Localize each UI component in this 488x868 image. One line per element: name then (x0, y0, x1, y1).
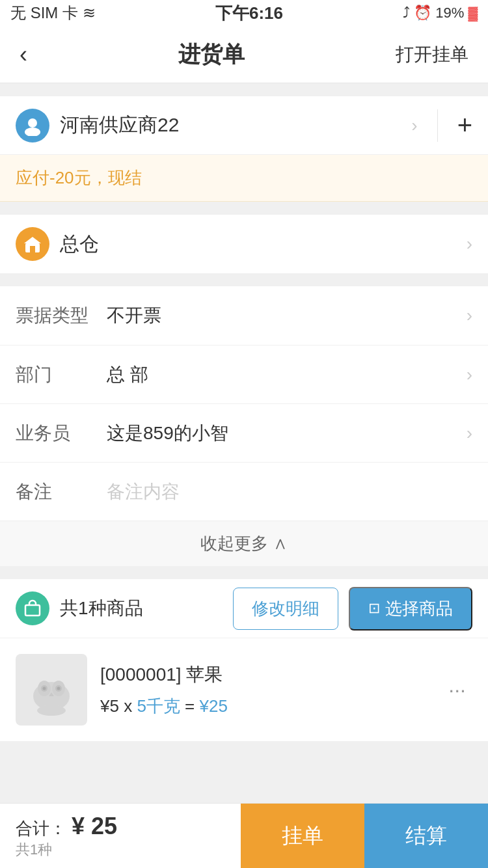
battery-label: 19% (435, 5, 464, 21)
warehouse-chevron-icon: › (467, 234, 472, 254)
total-section: 合计： ¥ 25 共1种 (0, 813, 241, 860)
supplier-avatar (16, 109, 49, 142)
total-amount: ¥ 25 (72, 813, 117, 840)
price-unit: ¥5 x (100, 696, 137, 716)
ticket-type-value: 不开票 (107, 303, 467, 328)
product-price: ¥5 x 5千克 = ¥25 (100, 695, 442, 718)
section-divider-top (0, 83, 488, 96)
salesperson-label: 业务员 (16, 421, 107, 446)
warehouse-name: 总仓 (60, 231, 467, 258)
salesperson-chevron-icon: › (467, 423, 472, 444)
alarm-icon: ⏰ (414, 5, 431, 21)
status-time: 下午6:16 (215, 2, 283, 25)
remarks-placeholder[interactable]: 备注内容 (107, 480, 472, 504)
svg-point-14 (37, 705, 66, 716)
info-banner: 应付-20元，现结 (0, 155, 488, 202)
total-text: 合计： (16, 817, 66, 840)
total-label: 合计： ¥ 25 (16, 813, 225, 840)
collapse-button[interactable]: 收起更多 ∧ (0, 521, 488, 566)
price-quantity: 5千克 (137, 696, 180, 716)
edit-details-button[interactable]: 修改明细 (233, 588, 338, 630)
supplier-row[interactable]: 河南供应商22 › + (0, 96, 488, 155)
supplier-section: 河南供应商22 › + 应付-20元，现结 (0, 96, 488, 202)
bottom-spacer (0, 741, 488, 806)
ticket-type-row[interactable]: 票据类型 不开票 › (0, 286, 488, 345)
status-right: ⤴ ⏰ 19% ▓ (403, 5, 478, 21)
vertical-divider (437, 109, 438, 142)
back-button[interactable]: ‹ (20, 41, 27, 68)
bottom-bar: 合计： ¥ 25 共1种 挂单 结算 (0, 803, 488, 868)
collapse-label: 收起更多 ∧ (200, 532, 287, 555)
price-total: ¥25 (200, 696, 228, 716)
form-section: 票据类型 不开票 › 部门 总 部 › 业务员 这是859的小智 › 备注 备注… (0, 286, 488, 566)
svg-rect-5 (25, 605, 40, 616)
product-thumbnail (16, 654, 87, 726)
ticket-type-chevron-icon: › (467, 305, 472, 326)
product-icon (16, 591, 49, 625)
sim-signal: 无 SIM 卡 ≋ (10, 3, 96, 23)
department-label: 部门 (16, 362, 107, 387)
svg-point-1 (25, 128, 40, 136)
total-count: 共1种 (16, 840, 225, 860)
cart-icon: ⊡ (368, 600, 380, 617)
salesperson-row[interactable]: 业务员 这是859的小智 › (0, 403, 488, 462)
product-name: [0000001] 苹果 (100, 662, 442, 687)
product-count: 共1种商品 (60, 596, 233, 621)
svg-rect-4 (30, 246, 35, 252)
ticket-type-label: 票据类型 (16, 303, 107, 328)
page-title: 进货单 (178, 40, 245, 70)
price-equals: = (185, 696, 199, 716)
warehouse-row[interactable]: 总仓 › (0, 215, 488, 273)
svg-point-0 (28, 118, 37, 128)
section-divider-2 (0, 273, 488, 286)
department-row[interactable]: 部门 总 部 › (0, 345, 488, 403)
department-chevron-icon: › (467, 364, 472, 385)
section-divider-1 (0, 202, 488, 215)
status-bar: 无 SIM 卡 ≋ 下午6:16 ⤴ ⏰ 19% ▓ (0, 0, 488, 26)
location-icon: ⤴ (403, 5, 410, 21)
svg-marker-3 (24, 237, 41, 243)
remarks-label: 备注 (16, 480, 107, 504)
salesperson-value: 这是859的小智 (107, 421, 467, 446)
checkout-button[interactable]: 结算 (364, 804, 488, 869)
supplier-name: 河南供应商22 (60, 112, 411, 139)
warehouse-icon (16, 227, 49, 261)
warehouse-section: 总仓 › (0, 215, 488, 273)
status-left: 无 SIM 卡 ≋ (10, 3, 96, 23)
hang-label: 挂单 (282, 822, 323, 850)
battery-icon: ▓ (468, 6, 478, 21)
checkout-label: 结算 (405, 822, 447, 850)
supplier-chevron-icon: › (411, 115, 417, 136)
hang-button[interactable]: 挂单 (241, 804, 364, 869)
product-header: 共1种商品 修改明细 ⊡ 选择商品 (0, 579, 488, 638)
remarks-row[interactable]: 备注 备注内容 (0, 462, 488, 521)
select-product-button[interactable]: ⊡ 选择商品 (349, 587, 472, 631)
product-more-button[interactable]: ··· (442, 671, 472, 709)
nav-bar: ‹ 进货单 打开挂单 (0, 26, 488, 83)
department-value: 总 部 (107, 362, 467, 387)
add-supplier-button[interactable]: + (457, 111, 472, 140)
svg-point-11 (43, 687, 46, 690)
select-product-label: 选择商品 (385, 597, 453, 620)
product-info: [0000001] 苹果 ¥5 x 5千克 = ¥25 (100, 662, 442, 718)
product-item: [0000001] 苹果 ¥5 x 5千克 = ¥25 ··· (0, 638, 488, 741)
open-hang-button[interactable]: 打开挂单 (396, 42, 468, 67)
svg-point-12 (57, 687, 61, 690)
